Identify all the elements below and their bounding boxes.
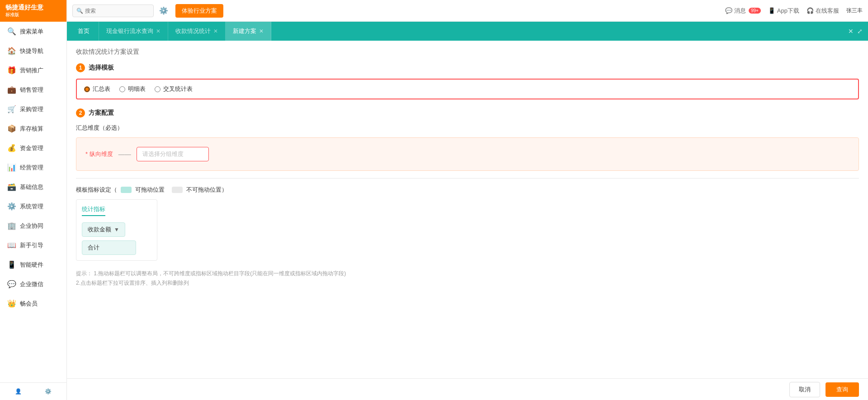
tab-home[interactable]: 首页 xyxy=(69,22,99,41)
money-icon: 💰 xyxy=(7,144,16,152)
sidebar-label-corp: 企业协同 xyxy=(20,222,43,230)
message-badge: 99+ xyxy=(749,8,761,14)
dim-arrow: —— xyxy=(118,151,131,158)
sidebar-label-system: 系统管理 xyxy=(20,202,43,211)
box-icon: 📦 xyxy=(7,124,16,133)
sidebar-label-basic: 基础信息 xyxy=(20,183,43,191)
radio-cross[interactable]: 交叉统计表 xyxy=(155,85,193,93)
nav-tabs-actions: ✕ ⤢ xyxy=(848,28,866,35)
building-icon: 🏢 xyxy=(7,221,16,230)
tip-line-1: 提示： 1.拖动标题栏可以调整布局，不可跨维度或指标区域拖动栏目字段(只能在同一… xyxy=(76,270,859,278)
sidebar-item-corp[interactable]: 🏢 企业协同 xyxy=(0,216,66,235)
nav-tabs: 首页 现金银行流水查询 ✕ 收款情况统计 ✕ 新建方案 ✕ ✕ ⤢ xyxy=(67,22,868,41)
sidebar-label-operation: 经营管理 xyxy=(20,164,43,172)
section1-title: 选择模板 xyxy=(89,64,114,72)
chat-icon: 💬 xyxy=(7,280,16,288)
dim-placeholder: 请选择分组维度 xyxy=(142,151,184,157)
sidebar-item-guide[interactable]: 📖 新手引导 xyxy=(0,235,66,255)
book-icon: 📖 xyxy=(7,241,16,249)
tab-new-label: 新建方案 xyxy=(233,27,256,35)
crown-icon: 👑 xyxy=(7,299,16,308)
radio-detail[interactable]: 明细表 xyxy=(119,85,146,93)
gear-icon: ⚙️ xyxy=(7,202,16,211)
stats-total: 合计 xyxy=(82,240,136,255)
sidebar-label-purchase: 采购管理 xyxy=(20,105,43,113)
sidebar-item-weixin[interactable]: 💬 企业微信 xyxy=(0,274,66,294)
sidebar-footer-right[interactable]: ⚙️ xyxy=(35,388,61,395)
sidebar-item-hardware[interactable]: 📱 智能硬件 xyxy=(0,255,66,274)
dim-required-label: 汇总维度（必选） xyxy=(76,124,859,132)
radio-cross-label: 交叉统计表 xyxy=(163,85,193,93)
tab-receipt-label: 收款情况统计 xyxy=(175,27,211,35)
sidebar-item-member[interactable]: 👑 畅会员 xyxy=(0,294,66,313)
chevron-down-icon: ▼ xyxy=(114,226,119,233)
search-input[interactable] xyxy=(85,8,139,14)
sidebar-item-finance[interactable]: 💰 资金管理 xyxy=(0,138,66,158)
radio-detail-input[interactable] xyxy=(119,86,125,92)
db-icon: 🗃️ xyxy=(7,183,16,191)
sidebar-item-operation[interactable]: 📊 经营管理 xyxy=(0,158,66,177)
maximize-icon[interactable]: ⤢ xyxy=(857,28,863,35)
sidebar-label-member: 畅会员 xyxy=(20,300,38,308)
sidebar-label-finance: 资金管理 xyxy=(20,144,43,152)
main: 🔍 ⚙️ 体验行业方案 💬 消息 99+ 📱 App下载 🎧 在线客服 张三丰 … xyxy=(67,0,868,400)
sidebar-label-marketing: 营销推广 xyxy=(20,66,43,75)
sidebar-item-nav[interactable]: 🏠 快捷导航 xyxy=(0,41,66,61)
gift-icon: 🎁 xyxy=(7,66,16,75)
sidebar-item-search[interactable]: 🔍 搜索菜单 xyxy=(0,22,66,41)
sales-icon: 💼 xyxy=(7,85,16,94)
tab-cashflow-close[interactable]: ✕ xyxy=(156,28,160,34)
message-btn[interactable]: 💬 消息 99+ xyxy=(725,7,761,15)
stats-item-receipt[interactable]: 收款金额 ▼ xyxy=(82,222,125,237)
content-inner: 收款情况统计方案设置 1 选择模板 汇总表 明细表 xyxy=(67,41,868,378)
sidebar-item-system[interactable]: ⚙️ 系统管理 xyxy=(0,197,66,216)
metrics-table: 统计指标 收款金额 ▼ 合计 xyxy=(76,199,157,261)
sidebar-logo: 畅捷通好生意 标准版 xyxy=(0,0,66,22)
tab-cashflow-label: 现金银行流水查询 xyxy=(106,27,153,35)
stats-title: 统计指标 xyxy=(82,205,105,216)
cancel-button[interactable]: 取消 xyxy=(789,382,820,397)
query-button[interactable]: 查询 xyxy=(826,382,859,397)
tab-receipt[interactable]: 收款情况统计 ✕ xyxy=(168,22,226,41)
tab-home-label: 首页 xyxy=(78,27,90,35)
close-window-icon[interactable]: ✕ xyxy=(848,28,854,35)
radio-summary[interactable]: 汇总表 xyxy=(84,85,110,93)
logo-name: 畅捷通好生意 xyxy=(5,4,43,12)
search-icon-top: 🔍 xyxy=(76,8,83,14)
search-box[interactable]: 🔍 xyxy=(72,5,154,17)
tab-new-close[interactable]: ✕ xyxy=(259,28,264,34)
radio-cross-input[interactable] xyxy=(155,86,160,92)
online-service-btn[interactable]: 🎧 在线客服 xyxy=(807,7,839,15)
template-radio-group: 汇总表 明细表 交叉统计表 xyxy=(84,85,193,93)
sidebar-item-marketing[interactable]: 🎁 营销推广 xyxy=(0,61,66,80)
sidebar-item-purchase[interactable]: 🛒 采购管理 xyxy=(0,99,66,119)
dim-config-area: * 纵向维度 —— 请选择分组维度 xyxy=(76,137,859,171)
industry-btn[interactable]: 体验行业方案 xyxy=(175,4,223,18)
sidebar-label-hardware: 智能硬件 xyxy=(20,261,43,269)
section2-header: 2 方案配置 xyxy=(76,108,859,118)
sidebar-item-basic[interactable]: 🗃️ 基础信息 xyxy=(0,177,66,197)
chart-icon: 📊 xyxy=(7,163,16,172)
section-config: 2 方案配置 汇总维度（必选） * 纵向维度 —— 请选择分组维度 xyxy=(76,108,859,287)
sidebar-item-inventory[interactable]: 📦 库存核算 xyxy=(0,119,66,138)
sidebar-item-sales[interactable]: 💼 销售管理 xyxy=(0,80,66,99)
radio-summary-input[interactable] xyxy=(84,86,90,92)
settings-icon[interactable]: ⚙️ xyxy=(159,6,168,15)
app-download-btn[interactable]: 📱 App下载 xyxy=(768,7,799,15)
stats-item-label: 收款金额 xyxy=(88,226,111,234)
sidebar-footer-left[interactable]: 👤 xyxy=(5,388,32,395)
tab-new[interactable]: 新建方案 ✕ xyxy=(226,22,271,41)
dim-select[interactable]: 请选择分组维度 xyxy=(137,147,209,161)
cart-icon: 🛒 xyxy=(7,105,16,113)
tab-receipt-close[interactable]: ✕ xyxy=(213,28,218,34)
sidebar: 畅捷通好生意 标准版 🔍 搜索菜单 🏠 快捷导航 🎁 营销推广 💼 销售管理 🛒… xyxy=(0,0,67,400)
message-icon: 💬 xyxy=(725,7,732,14)
section2-num: 2 xyxy=(76,108,85,118)
metrics-drag-label: 可拖动位置 xyxy=(135,186,165,194)
message-label: 消息 xyxy=(734,7,746,15)
dim-row-label: * 纵向维度 xyxy=(85,150,113,158)
sidebar-label-sales: 销售管理 xyxy=(20,86,43,94)
tab-cashflow[interactable]: 现金银行流水查询 ✕ xyxy=(99,22,168,41)
section-template: 1 选择模板 汇总表 明细表 xyxy=(76,63,859,99)
metrics-label-text: 模板指标设定（ xyxy=(76,186,117,194)
